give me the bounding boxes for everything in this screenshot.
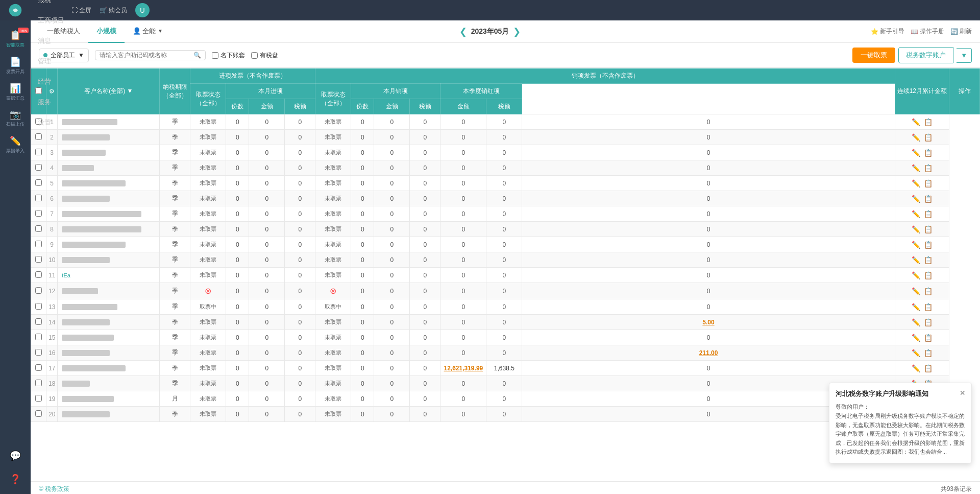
row-client-name[interactable]: ████████████████ xyxy=(58,361,160,376)
edit-icon[interactable]: ✏️ xyxy=(912,303,920,311)
edit-icon[interactable]: ✏️ xyxy=(912,256,920,264)
copy-icon[interactable]: 📋 xyxy=(924,271,933,279)
row-client-name[interactable]: ███████████ xyxy=(58,145,160,160)
row-client-name[interactable]: ████████████ xyxy=(58,345,160,361)
edit-icon[interactable]: ✏️ xyxy=(912,179,920,187)
search-input[interactable] xyxy=(100,52,191,59)
row-checkbox[interactable] xyxy=(31,222,46,237)
edit-icon[interactable]: ✏️ xyxy=(912,349,920,357)
one-key-ticket-btn[interactable]: 一键取票 xyxy=(852,48,895,63)
edit-icon[interactable]: ✏️ xyxy=(912,118,920,126)
copy-icon[interactable]: 📋 xyxy=(924,256,933,264)
popup-close-btn[interactable]: ✕ xyxy=(960,389,965,398)
edit-icon[interactable]: ✏️ xyxy=(912,364,920,372)
row-client-name[interactable]: ████████████████████ xyxy=(58,222,160,237)
manual-btn[interactable]: 📖 操作手册 xyxy=(911,27,944,36)
row-client-name[interactable]: █████████████ xyxy=(58,330,160,345)
row-checkbox[interactable] xyxy=(31,191,46,206)
copy-icon[interactable]: 📋 xyxy=(924,225,933,233)
copy-icon[interactable]: 📋 xyxy=(924,287,933,295)
tab-all-capable[interactable]: 👤全能 ▼ xyxy=(125,20,171,43)
row-client-name[interactable]: █████████████ xyxy=(58,391,160,407)
row-client-name[interactable]: ████████████████ xyxy=(58,176,160,191)
btn-member[interactable]: 🛒 购会员 xyxy=(100,6,127,15)
btn-fullscreen[interactable]: ⛶ 全屏 xyxy=(71,6,91,15)
edit-icon[interactable]: ✏️ xyxy=(912,195,920,203)
sidebar-item-help[interactable]: ❓ xyxy=(10,469,21,489)
row-checkbox[interactable] xyxy=(31,176,46,191)
avatar[interactable]: U xyxy=(135,3,150,17)
row-client-name[interactable]: ███████ xyxy=(58,376,160,391)
edit-icon[interactable]: ✏️ xyxy=(912,318,920,326)
col-client-name[interactable]: 客户名称(全部) ▼ xyxy=(58,68,160,114)
tab-small-scale[interactable]: 小规模 xyxy=(88,20,125,43)
row-client-name[interactable]: ████████████ xyxy=(58,252,160,268)
new-guide-btn[interactable]: ⭐ 新手引导 xyxy=(871,27,904,36)
nav-message[interactable]: 消息 xyxy=(31,31,71,51)
edit-icon[interactable]: ✏️ xyxy=(912,149,920,157)
copy-icon[interactable]: 📋 xyxy=(924,241,933,249)
next-month-btn[interactable]: ❯ xyxy=(513,26,521,37)
row-client-name[interactable]: ████████████ xyxy=(58,407,160,422)
row-checkbox[interactable] xyxy=(31,299,46,315)
tax-policy-link[interactable]: © 税务政策 xyxy=(39,485,69,493)
copy-icon[interactable]: 📋 xyxy=(924,318,933,326)
row-client-name[interactable]: ████████████ xyxy=(58,130,160,145)
tax-digital-account-op-btn[interactable]: ▼ xyxy=(957,48,972,63)
copy-icon[interactable]: 📋 xyxy=(924,118,933,126)
copy-icon[interactable]: 📋 xyxy=(924,164,933,172)
nav-business[interactable]: 工商项目 xyxy=(31,10,71,31)
copy-icon[interactable]: 📋 xyxy=(924,364,933,372)
row-checkbox[interactable] xyxy=(31,330,46,345)
copy-icon[interactable]: 📋 xyxy=(924,210,933,218)
row-checkbox[interactable] xyxy=(31,145,46,160)
copy-icon[interactable]: 📋 xyxy=(924,349,933,357)
row-checkbox[interactable] xyxy=(31,391,46,407)
sidebar-item-invoice-summary[interactable]: 📊 票据汇总 xyxy=(0,79,31,105)
row-client-name[interactable]: ████████████ xyxy=(58,315,160,330)
sidebar-item-invoice-open[interactable]: 📄 发票开具 xyxy=(0,52,31,79)
refresh-btn[interactable]: 🔄 刷新 xyxy=(950,27,972,36)
row-client-name[interactable]: ██████████████ xyxy=(58,299,160,315)
row-client-name[interactable]: tEa xyxy=(58,268,160,283)
edit-icon[interactable]: ✏️ xyxy=(912,241,920,249)
checkbox-has-tax-disk[interactable]: 有税盘 xyxy=(251,51,278,60)
row-checkbox[interactable] xyxy=(31,361,46,376)
nav-tax[interactable]: 报税 xyxy=(31,0,71,10)
nav-settings[interactable]: 设置 xyxy=(31,112,71,133)
col-tax-quota[interactable]: 纳税期限（全部） xyxy=(160,68,190,114)
search-icon[interactable]: 🔍 xyxy=(193,52,201,59)
checkbox-own-account[interactable]: 名下账套 xyxy=(212,51,245,60)
app-logo[interactable] xyxy=(0,3,31,17)
col-in-status[interactable]: 取票状态（全部） xyxy=(190,84,226,114)
nav-operation[interactable]: 经营 xyxy=(31,72,71,92)
copy-icon[interactable]: 📋 xyxy=(924,133,933,142)
accum-link[interactable]: 211.00 xyxy=(699,349,718,357)
sidebar-item-scan-upload[interactable]: 📷 扫描上传 xyxy=(0,105,31,131)
row-checkbox[interactable] xyxy=(31,160,46,176)
row-client-name[interactable]: ████████ xyxy=(58,160,160,176)
row-client-name[interactable]: ████████████████ xyxy=(58,237,160,252)
edit-icon[interactable]: ✏️ xyxy=(912,164,920,172)
edit-icon[interactable]: ✏️ xyxy=(912,210,920,218)
edit-icon[interactable]: ✏️ xyxy=(912,225,920,233)
row-checkbox[interactable] xyxy=(31,268,46,283)
row-checkbox[interactable] xyxy=(31,283,46,299)
copy-icon[interactable]: 📋 xyxy=(924,179,933,187)
tax-digital-account-btn[interactable]: 税务数字账户 xyxy=(898,47,953,63)
prev-month-btn[interactable]: ❮ xyxy=(459,26,467,37)
row-client-name[interactable]: █████████ xyxy=(58,283,160,299)
row-checkbox[interactable] xyxy=(31,376,46,391)
edit-icon[interactable]: ✏️ xyxy=(912,334,920,342)
edit-icon[interactable]: ✏️ xyxy=(912,271,920,279)
edit-icon[interactable]: ✏️ xyxy=(912,287,920,295)
row-checkbox[interactable] xyxy=(31,345,46,361)
row-checkbox[interactable] xyxy=(31,315,46,330)
sidebar-item-smart-ticket[interactable]: 📋 智能取票 new xyxy=(0,26,31,52)
col-out-status[interactable]: 取票状态（全部） xyxy=(315,84,351,114)
row-checkbox[interactable] xyxy=(31,237,46,252)
copy-icon[interactable]: 📋 xyxy=(924,195,933,203)
copy-icon[interactable]: 📋 xyxy=(924,303,933,311)
nav-manage[interactable]: 管理 xyxy=(31,51,71,72)
row-client-name[interactable]: ██████████████ xyxy=(58,114,160,130)
